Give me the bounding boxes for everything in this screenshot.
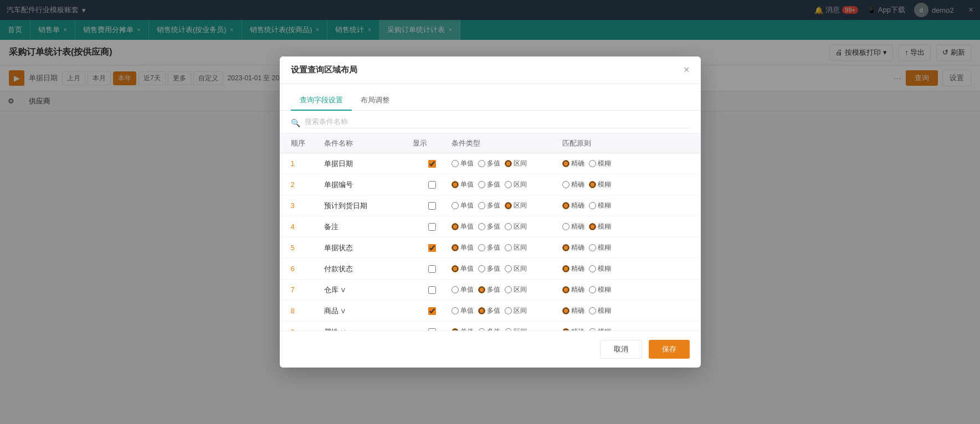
dialog-title: 设置查询区域布局: [291, 65, 357, 75]
dialog-tabs: 查询字段设置 布局调整: [280, 84, 701, 111]
dialog-search-area: 🔍: [280, 111, 701, 111]
dialog-header: 设置查询区域布局 ×: [280, 56, 701, 84]
dialog-tab-fields[interactable]: 查询字段设置: [291, 91, 352, 111]
dialog: 设置查询区域布局 × 查询字段设置 布局调整 🔍 顺序 条件名称 显示 条件类型: [280, 56, 701, 111]
dialog-tab-layout[interactable]: 布局调整: [352, 91, 398, 111]
dialog-close-button[interactable]: ×: [684, 64, 690, 76]
dialog-overlay: 设置查询区域布局 × 查询字段设置 布局调整 🔍 顺序 条件名称 显示 条件类型: [0, 0, 980, 111]
dialog-tab-layout-label: 布局调整: [361, 96, 389, 104]
dialog-tab-fields-label: 查询字段设置: [300, 96, 343, 104]
